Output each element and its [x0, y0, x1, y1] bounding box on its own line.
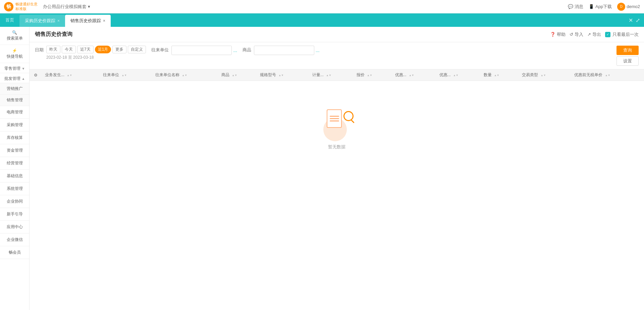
message-button[interactable]: 💬 消息	[568, 4, 583, 10]
help-icon: ❓	[550, 32, 555, 37]
only-last-checkbox[interactable]: ✓	[605, 32, 610, 37]
sort-arrows-partner-name: ▲▼	[182, 74, 187, 77]
sort-arrows-discount-amt: ▲▼	[453, 74, 459, 77]
main-layout: 🔍 搜索菜单 ⚡ 快捷导航 零售管理 ▼ 批发管理 ▲ 营销推广 销售管理 电商…	[0, 27, 644, 310]
th-partner-code[interactable]: 往来单位 ▲▼	[100, 69, 152, 81]
sidebar-item-guide[interactable]: 新手引导	[0, 208, 29, 221]
sidebar-item-inventory[interactable]: 库存核算	[0, 132, 29, 144]
sort-arrows-business-date: ▲▼	[67, 74, 72, 77]
th-partner-name[interactable]: 往来单位名称 ▲▼	[152, 69, 218, 81]
tab-bar: 首页 采购历史价跟踪 × 销售历史价跟踪 × ✕ ⤢	[0, 13, 644, 27]
product-input-group: ...	[254, 46, 320, 55]
product-dots-button[interactable]: ...	[316, 48, 320, 53]
th-trade-type[interactable]: 交易类型 ▲▼	[519, 69, 571, 81]
sort-arrows-qty: ▲▼	[494, 74, 499, 77]
top-bar-right: 💬 消息 📱 App下载 D demo2	[568, 3, 640, 11]
sidebar-item-member[interactable]: 畅会员	[0, 246, 29, 259]
th-discount-rate[interactable]: 优惠... ▲▼	[392, 69, 436, 81]
empty-doc-icon	[327, 109, 342, 128]
th-pretax-price[interactable]: 优惠前无税单价 ▲▼	[571, 69, 644, 81]
sort-arrows-spec: ▲▼	[278, 74, 284, 77]
table-scroll[interactable]: ⚙ 业务发生... ▲▼ 往来单位 ▲▼ 往来单位名称	[30, 69, 644, 310]
query-button[interactable]: 查询	[616, 46, 639, 55]
tab-home[interactable]: 首页	[0, 13, 19, 27]
partner-input[interactable]	[171, 46, 232, 55]
sidebar-item-collaboration[interactable]: 企业协同	[0, 195, 29, 208]
sidebar-item-search[interactable]: 🔍 搜索菜单	[0, 27, 29, 45]
tab-close-purchase[interactable]: ×	[57, 18, 60, 23]
sidebar-item-basics[interactable]: 基础信息	[0, 170, 29, 183]
gear-icon: ⚙	[34, 73, 38, 78]
empty-doc-line1	[330, 116, 339, 117]
empty-magnifier-icon	[343, 111, 354, 121]
sidebar-item-operations[interactable]: 经营管理	[0, 157, 29, 170]
sidebar-item-system[interactable]: 系统管理	[0, 183, 29, 195]
export-button[interactable]: ↗ 导出	[587, 32, 601, 38]
tab-sales-history[interactable]: 销售历史价跟踪 ×	[65, 15, 111, 27]
partner-filter-group: 往来单位 ...	[151, 46, 237, 55]
top-bar: 畅 畅捷通好生意 标准版 办公用品行业模拟账套 ▾ 💬 消息 📱 App下载 D…	[0, 0, 644, 13]
date-buttons: 昨天 今天 近7天 近1月 更多 自定义	[46, 46, 146, 53]
sidebar-item-wechat[interactable]: 企业微信	[0, 234, 29, 246]
yesterday-btn[interactable]: 昨天	[46, 46, 60, 53]
sidebar-item-ecommerce[interactable]: 电商管理	[0, 106, 29, 119]
company-selector[interactable]: 办公用品行业模拟账套 ▾	[40, 4, 93, 10]
sidebar-item-marketing[interactable]: 营销推广	[0, 83, 29, 95]
import-icon: ↺	[570, 32, 573, 37]
partner-label: 往来单位	[151, 46, 169, 53]
help-button[interactable]: ❓ 帮助	[550, 32, 566, 38]
sidebar-item-sales-mgmt[interactable]: 销售管理	[0, 95, 29, 106]
custom-btn[interactable]: 自定义	[128, 46, 146, 53]
sidebar-item-retail[interactable]: 零售管理 ▼	[0, 63, 29, 73]
sidebar-item-shortcuts[interactable]: ⚡ 快捷导航	[0, 45, 29, 63]
content-area: 销售历史价查询 ❓ 帮助 ↺ 导入 ↗ 导出 ✓ 只看最后一次	[30, 27, 644, 310]
message-icon: 💬	[568, 4, 573, 9]
more-btn[interactable]: 更多	[112, 46, 126, 53]
logo-icon: 畅	[4, 2, 13, 11]
partner-dots-button[interactable]: ...	[233, 48, 237, 53]
app-download-button[interactable]: 📱 App下载	[589, 4, 612, 10]
logo-area: 畅 畅捷通好生意 标准版	[4, 2, 38, 11]
th-product[interactable]: 商品 ▲▼	[218, 69, 257, 81]
sidebar: 🔍 搜索菜单 ⚡ 快捷导航 零售管理 ▼ 批发管理 ▲ 营销推广 销售管理 电商…	[0, 27, 30, 310]
close-window-button[interactable]: ✕	[629, 17, 633, 23]
user-profile[interactable]: D demo2	[617, 3, 640, 11]
th-quote-price[interactable]: 报价 ▲▼	[353, 69, 392, 81]
th-quantity[interactable]: 数量 ▲▼	[480, 69, 519, 81]
empty-doc-line3	[330, 120, 339, 121]
th-spec[interactable]: 规格型号 ▲▼	[257, 69, 309, 81]
sort-arrows-quote: ▲▼	[367, 74, 372, 77]
th-business-date[interactable]: 业务发生... ▲▼	[42, 69, 100, 81]
partner-input-group: ...	[171, 46, 237, 55]
only-last-checkbox-area[interactable]: ✓ 只看最后一次	[605, 32, 639, 38]
filter-bar: 日期 昨天 今天 近7天 近1月 更多 自定义 2023-02-18 至 202…	[30, 42, 644, 69]
chevron-up-icon: ▲	[22, 77, 25, 81]
date-filter-group: 日期 昨天 今天 近7天 近1月 更多 自定义 2023-02-18 至 202…	[35, 46, 146, 60]
th-settings[interactable]: ⚙	[30, 69, 42, 81]
maximize-button[interactable]: ⤢	[636, 17, 640, 23]
empty-doc-line2	[330, 118, 339, 119]
sidebar-item-purchase[interactable]: 采购管理	[0, 119, 29, 132]
th-unit[interactable]: 计量... ▲▼	[309, 69, 353, 81]
tab-purchase-history[interactable]: 采购历史价跟踪 ×	[19, 15, 65, 27]
empty-state: 暂无数据	[30, 81, 644, 177]
import-button[interactable]: ↺ 导入	[570, 32, 583, 38]
sidebar-item-finance[interactable]: 资金管理	[0, 144, 29, 157]
date-label: 日期	[35, 46, 44, 53]
sidebar-item-apps[interactable]: 应用中心	[0, 221, 29, 234]
product-input[interactable]	[254, 46, 314, 55]
tab-bar-actions: ✕ ⤢	[629, 17, 644, 23]
product-filter-group: 商品 ...	[243, 46, 320, 55]
th-discount-amt[interactable]: 优惠... ▲▼	[436, 69, 480, 81]
tab-close-sales[interactable]: ×	[103, 18, 105, 23]
date-range-display: 2023-02-18 至 2023-03-18	[46, 55, 146, 60]
top-bar-left: 畅 畅捷通好生意 标准版 办公用品行业模拟账套 ▾	[4, 2, 93, 11]
settings-button[interactable]: 设置	[616, 56, 639, 66]
sidebar-item-wholesale[interactable]: 批发管理 ▲	[0, 73, 29, 83]
today-btn[interactable]: 今天	[62, 46, 76, 53]
empty-illustration	[320, 108, 354, 141]
shortcuts-icon: ⚡	[12, 48, 17, 53]
chevron-down-icon: ▾	[88, 4, 90, 9]
last1month-btn[interactable]: 近1月	[95, 46, 111, 53]
last7days-btn[interactable]: 近7天	[77, 46, 94, 53]
